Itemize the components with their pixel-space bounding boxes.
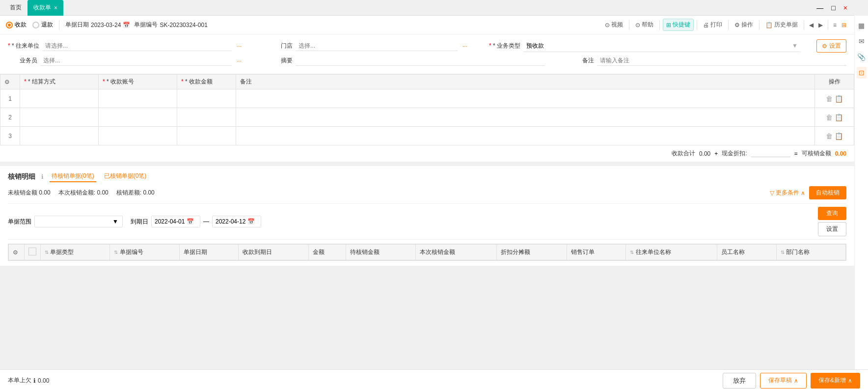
copy-row-3-icon[interactable]: 📋 <box>835 132 843 140</box>
hx-info-icon[interactable]: ℹ <box>41 173 44 180</box>
account-1[interactable] <box>99 89 177 108</box>
radio-shoukuan-dot <box>6 22 13 28</box>
range-filter: 单据范围 ▼ <box>8 216 123 227</box>
radio-shoukuan[interactable]: 收款 <box>6 21 27 29</box>
remark-1[interactable] <box>236 89 815 108</box>
delete-row-2-icon[interactable]: 🗑 <box>826 113 833 121</box>
sub-table-config-icon[interactable]: ⚙ <box>13 249 18 256</box>
sub-col-num: ⇅ 单据编号 <box>110 245 179 260</box>
biz-type-arrow-icon: ▼ <box>792 42 798 49</box>
unverified-stat: 未核销金额 0.00 <box>8 189 51 197</box>
setting-button[interactable]: ⚙ 设置 <box>816 39 846 53</box>
table-config-icon[interactable]: ⚙ <box>4 79 10 85</box>
calendar-from-icon: 📅 <box>187 218 194 225</box>
print-btn[interactable]: 🖨 打印 <box>700 19 725 30</box>
account-3[interactable] <box>99 127 177 145</box>
summary-label: 摘要 <box>263 56 293 65</box>
prev-arrow[interactable]: ◀ <box>807 21 815 29</box>
list-layout-icon[interactable]: ≡ <box>831 21 839 29</box>
auto-verify-btn[interactable]: 自动核销 <box>809 186 846 199</box>
amount-2[interactable] <box>177 108 236 127</box>
discount-label: 现金折扣: <box>722 149 747 158</box>
next-arrow[interactable]: ▶ <box>816 21 825 29</box>
remark-input[interactable] <box>597 56 846 66</box>
total-val: 0.00 <box>699 150 710 157</box>
operation-btn[interactable]: ⚙ 操作 <box>732 19 756 30</box>
history-icon: 📋 <box>765 22 773 28</box>
window-minimize[interactable]: — <box>814 3 826 13</box>
num-value: SK-20230324-001 <box>160 22 207 28</box>
calendar-icon[interactable]: 📅 <box>123 22 130 28</box>
hx-pending-tab[interactable]: 待核销单据(0笔) <box>50 171 96 182</box>
from-unit-input[interactable] <box>42 41 232 51</box>
video-btn[interactable]: ⊙ 视频 <box>602 19 626 30</box>
delete-row-3-icon[interactable]: 🗑 <box>826 132 833 140</box>
settle-2[interactable] <box>20 108 99 127</box>
sidebar-table-icon[interactable]: ▦ <box>856 20 867 31</box>
tab-home[interactable]: 首页 <box>4 0 27 16</box>
draft-arrow-icon: ∧ <box>794 377 798 384</box>
remark-3[interactable] <box>236 127 815 145</box>
amount-1[interactable] <box>177 89 236 108</box>
staff-input[interactable] <box>40 56 232 66</box>
shop-more-icon[interactable]: ··· <box>461 43 469 50</box>
date-to-input[interactable]: 2022-04-12 📅 <box>212 216 261 227</box>
from-unit-field: * * 往来单位 ··· <box>8 41 244 51</box>
verify-val: 0.00 <box>835 150 846 157</box>
sub-col-current: 本次核销金额 <box>416 245 497 260</box>
settle-3[interactable] <box>20 127 99 145</box>
sidebar-clip-icon[interactable]: 📎 <box>855 51 868 63</box>
discount-input[interactable] <box>751 150 790 157</box>
date-from-input[interactable]: 2022-04-01 📅 <box>151 216 200 227</box>
query-button[interactable]: 查询 <box>818 207 846 220</box>
shop-input[interactable] <box>296 41 458 51</box>
settle-1[interactable] <box>20 89 99 108</box>
sub-col-fromname: ⇅ 往来单位名称 <box>626 245 717 260</box>
help-btn[interactable]: ⊙ 帮助 <box>632 19 656 30</box>
date-to-label: 到期日 <box>131 218 148 226</box>
summary-input[interactable] <box>296 56 545 66</box>
amount-3[interactable] <box>177 127 236 145</box>
grid-layout-icon[interactable]: ⊞ <box>840 21 848 29</box>
radio-tuikuan-label: 退款 <box>41 21 53 29</box>
from-unit-more-icon[interactable]: ··· <box>235 43 244 50</box>
shortcut-btn[interactable]: ⊞ 快捷键 <box>663 19 694 31</box>
col-account: * * 收款账号 <box>99 75 177 89</box>
radio-tuikuan[interactable]: 退款 <box>32 21 53 29</box>
window-maximize[interactable]: □ <box>828 3 838 13</box>
gear-icon: ⚙ <box>822 43 827 50</box>
total-label: 收款合计 <box>672 149 695 158</box>
more-conditions-btn[interactable]: ▽ 更多条件 ∧ <box>770 189 805 197</box>
close-tab-icon[interactable]: × <box>54 4 57 11</box>
discard-button[interactable]: 放弃 <box>723 373 756 389</box>
remark-2[interactable] <box>236 108 815 127</box>
staff-more-icon[interactable]: ··· <box>235 57 244 64</box>
num-label: 单据编号 <box>134 21 158 29</box>
col-action: 操作 <box>815 75 854 89</box>
diff-stat: 核销差额: 0.00 <box>116 189 155 197</box>
window-close[interactable]: × <box>841 3 850 13</box>
hx-done-tab[interactable]: 已核销单据(0笔) <box>102 171 149 182</box>
bottom-bar: 本单上欠 ℹ 0.00 放弃 保存草稿 ∧ 保存&新增 ∧ <box>0 369 868 391</box>
col-settle: * * 结算方式 <box>20 75 99 89</box>
save-button[interactable]: 保存&新增 ∧ <box>811 373 860 389</box>
draft-button[interactable]: 保存草稿 ∧ <box>760 373 807 389</box>
history-btn[interactable]: 📋 历史单据 <box>762 19 801 30</box>
sidebar-mail-icon[interactable]: ✉ <box>857 35 867 47</box>
range-select[interactable]: ▼ <box>34 216 123 227</box>
filter-setting-button[interactable]: 设置 <box>818 222 846 236</box>
delete-row-1-icon[interactable]: 🗑 <box>826 95 833 103</box>
summary-row: 收款合计 0.00 + 现金折扣: = 可核销金额 0.00 <box>0 145 854 162</box>
account-2[interactable] <box>99 108 177 127</box>
select-all-checkbox[interactable] <box>28 248 36 255</box>
col-amount: * * 收款金额 <box>177 75 236 89</box>
date-value[interactable]: 2023-03-24 <box>91 22 121 28</box>
copy-row-1-icon[interactable]: 📋 <box>835 95 843 103</box>
date-label: 单据日期 <box>65 21 89 29</box>
table-row: 2 🗑 📋 <box>0 108 854 127</box>
tab-receipts[interactable]: 收款单 × <box>27 0 63 16</box>
remark-label: 备注 <box>565 56 594 65</box>
sidebar-screenshot-icon[interactable]: ⊡ <box>857 67 867 79</box>
biz-type-dropdown[interactable]: 预收款 ▼ <box>523 40 801 52</box>
copy-row-2-icon[interactable]: 📋 <box>835 113 843 121</box>
